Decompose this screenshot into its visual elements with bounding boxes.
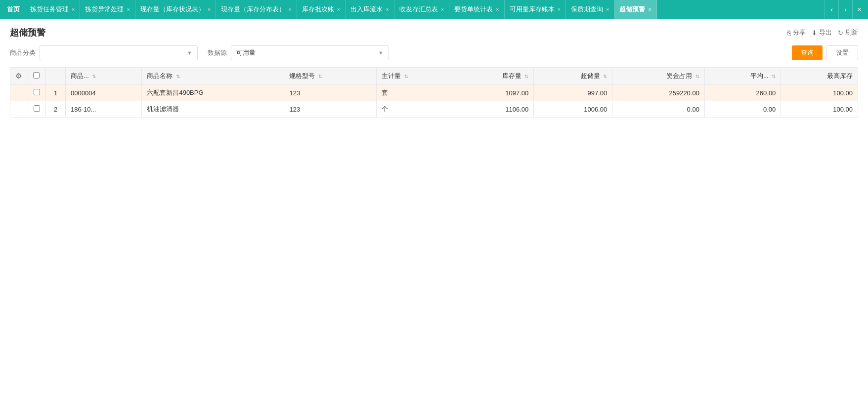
page-actions: ⎘ 分享 ⬇ 导出 ↻ 刷新: [787, 28, 858, 37]
sort-icon-product-code: ⇅: [92, 74, 96, 79]
datasource-chevron-icon: ▼: [378, 50, 384, 56]
page-title-row: 超储预警 ⎘ 分享 ⬇ 导出 ↻ 刷新: [10, 27, 858, 39]
sort-icon-capital: ⇅: [695, 74, 699, 79]
nav-tab-available[interactable]: 可用量库存账本 ×: [505, 0, 566, 19]
select-all-checkbox[interactable]: [33, 72, 40, 79]
row-avg-cell: 260.00: [704, 85, 781, 101]
nav-prev-button[interactable]: ‹: [825, 0, 838, 19]
row-max-stock-cell: 100.00: [781, 101, 858, 118]
th-overstock[interactable]: 超储量 ⇅: [534, 68, 612, 85]
category-select[interactable]: ▼: [40, 45, 198, 60]
th-spec[interactable]: 规格型号 ⇅: [284, 68, 377, 85]
th-stock[interactable]: 库存量 ⇅: [455, 68, 534, 85]
row-index-cell: 2: [46, 101, 66, 118]
nav-next-button[interactable]: ›: [838, 0, 852, 19]
row-capital-cell: 259220.00: [612, 85, 705, 101]
th-index: [46, 68, 66, 85]
th-max-stock: 最高库存: [781, 68, 858, 85]
row-capital-cell: 0.00: [612, 101, 705, 118]
row-settings-cell: [10, 85, 28, 101]
export-icon: ⬇: [812, 29, 817, 37]
th-checkbox: [28, 68, 46, 85]
nav-close-all-button[interactable]: ×: [852, 0, 866, 19]
close-tab-summary[interactable]: ×: [441, 6, 444, 12]
th-capital[interactable]: 资金占用 ⇅: [612, 68, 705, 85]
close-tab-batch[interactable]: ×: [337, 6, 340, 12]
th-avg[interactable]: 平均... ⇅: [704, 68, 781, 85]
row-product-code-cell: 0000004: [66, 85, 142, 101]
sort-icon-overstock: ⇅: [603, 74, 607, 79]
nav-tab-overstock[interactable]: 超储预警 ×: [614, 0, 656, 19]
settings-button[interactable]: 设置: [826, 45, 858, 60]
nav-tab-inout[interactable]: 出入库流水 ×: [346, 0, 394, 19]
nav-tab-expiry[interactable]: 保质期查询 ×: [566, 0, 614, 19]
row-product-code-cell: 186-10...: [66, 101, 142, 118]
category-label: 商品分类: [10, 48, 36, 57]
row-unit-cell: 个: [377, 101, 455, 118]
sort-icon-stock: ⇅: [524, 74, 528, 79]
sort-icon-avg: ⇅: [772, 74, 776, 79]
filter-actions: 查询 设置: [792, 45, 858, 60]
refresh-icon: ↻: [838, 29, 843, 37]
row-checkbox-1[interactable]: [34, 105, 40, 112]
share-icon: ⎘: [787, 29, 791, 37]
close-tab-task-mgmt[interactable]: ×: [72, 6, 75, 12]
row-checkbox-0[interactable]: [34, 89, 40, 95]
nav-tab-task-mgmt[interactable]: 拣货任务管理 ×: [25, 0, 80, 19]
close-tab-stock-dist[interactable]: ×: [288, 6, 291, 12]
category-filter: 商品分类 ▼: [10, 45, 198, 60]
filter-row: 商品分类 ▼ 数据源 可用量 ▼ 查询 设置: [10, 45, 858, 60]
close-tab-available[interactable]: ×: [558, 6, 561, 12]
row-spec-cell: 123: [284, 101, 377, 118]
nav-tab-stock-status[interactable]: 现存量（库存状况表） ×: [135, 0, 216, 19]
sort-icon-product-name: ⇅: [176, 74, 180, 79]
nav-tab-summary[interactable]: 收发存汇总表 ×: [394, 0, 449, 19]
datasource-select-value: 可用量: [236, 48, 256, 57]
category-chevron-icon: ▼: [187, 50, 192, 56]
top-navigation: 首页 拣货任务管理 × 拣货异常处理 × 现存量（库存状况表） × 现存量（库存…: [0, 0, 868, 19]
row-stock-cell: 1106.00: [455, 101, 534, 118]
row-overstock-cell: 997.00: [534, 85, 612, 101]
export-link[interactable]: ⬇ 导出: [812, 28, 832, 37]
th-settings: ⚙: [10, 68, 28, 85]
nav-tab-stock-dist[interactable]: 现存量（库存分布表） ×: [216, 0, 297, 19]
th-product-name[interactable]: 商品名称 ⇅: [142, 68, 284, 85]
page-content: 超储预警 ⎘ 分享 ⬇ 导出 ↻ 刷新 商品分类 ▼ 数据源: [0, 19, 868, 125]
th-unit[interactable]: 主计量 ⇅: [377, 68, 455, 85]
close-tab-inout[interactable]: ×: [386, 6, 389, 12]
nav-tab-exception[interactable]: 拣货异常处理 ×: [80, 0, 135, 19]
page-title: 超储预警: [10, 27, 45, 39]
row-checkbox-cell: [28, 101, 46, 118]
nav-tab-batch[interactable]: 库存批次账 ×: [297, 0, 346, 19]
table-row: 1 0000004 六配套新昌490BPG 123 套 1097.00 997.…: [10, 85, 858, 101]
table-header: ⚙ 商品... ⇅ 商品名称 ⇅ 规格型号 ⇅: [10, 68, 858, 85]
query-button[interactable]: 查询: [792, 45, 823, 60]
row-max-stock-cell: 100.00: [781, 85, 858, 101]
nav-tab-requisition[interactable]: 要货单统计表 ×: [449, 0, 504, 19]
refresh-link[interactable]: ↻ 刷新: [838, 28, 858, 37]
column-settings-icon[interactable]: ⚙: [15, 72, 22, 80]
row-avg-cell: 0.00: [704, 101, 781, 118]
close-tab-exception[interactable]: ×: [127, 6, 130, 12]
sort-icon-unit: ⇅: [404, 74, 408, 79]
close-tab-expiry[interactable]: ×: [606, 6, 609, 12]
row-spec-cell: 123: [284, 85, 377, 101]
row-index-cell: 1: [46, 85, 66, 101]
row-overstock-cell: 1006.00: [534, 101, 612, 118]
row-unit-cell: 套: [377, 85, 455, 101]
table-body: 1 0000004 六配套新昌490BPG 123 套 1097.00 997.…: [10, 85, 858, 118]
row-checkbox-cell: [28, 85, 46, 101]
datasource-filter: 数据源 可用量 ▼: [208, 45, 389, 60]
close-tab-stock-status[interactable]: ×: [208, 6, 211, 12]
th-product-code[interactable]: 商品... ⇅: [66, 68, 142, 85]
row-settings-cell: [10, 101, 28, 118]
data-table: ⚙ 商品... ⇅ 商品名称 ⇅ 规格型号 ⇅: [10, 67, 858, 118]
row-product-name-cell: 机油滤清器: [142, 101, 284, 118]
share-link[interactable]: ⎘ 分享: [787, 28, 806, 37]
close-tab-requisition[interactable]: ×: [496, 6, 499, 12]
close-tab-overstock[interactable]: ×: [648, 6, 651, 12]
table-row: 2 186-10... 机油滤清器 123 个 1106.00 1006.00 …: [10, 101, 858, 118]
row-product-name-cell: 六配套新昌490BPG: [142, 85, 284, 101]
datasource-select[interactable]: 可用量 ▼: [231, 45, 389, 60]
nav-tab-home[interactable]: 首页: [2, 0, 25, 19]
